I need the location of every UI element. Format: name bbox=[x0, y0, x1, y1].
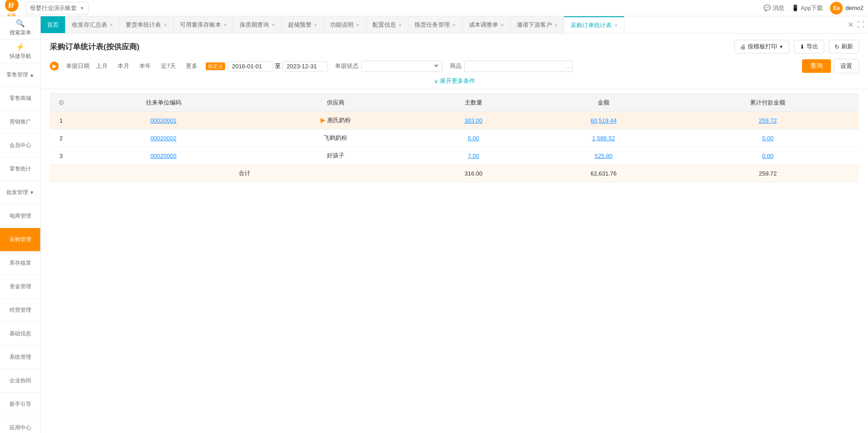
amount-link-1[interactable]: 60,519.44 bbox=[590, 117, 617, 124]
status-select[interactable] bbox=[361, 61, 443, 72]
expand-filters-btn[interactable]: ∨ 展开更多条件 bbox=[434, 77, 475, 85]
tab-close-yaohuo[interactable]: × bbox=[164, 22, 166, 28]
download-icon: 📱 bbox=[792, 5, 799, 11]
sidebar-cooperation-label: 企业协同 bbox=[9, 377, 31, 385]
date-end-input[interactable] bbox=[283, 61, 328, 71]
sidebar-retail-label: 零售管理 bbox=[6, 71, 28, 79]
header-actions: 🖨 按模板打印 ▼ ⬇ 导出 ↻ 刷新 bbox=[734, 40, 859, 53]
tab-bar: 首页 收发存汇总表 × 要货单统计表 × 可用量库存账本 × 保质期查询 × bbox=[41, 16, 868, 33]
amount-link-3[interactable]: 525.80 bbox=[594, 152, 613, 159]
tab-close-all-btn[interactable]: ✕ bbox=[848, 20, 854, 29]
sidebar-item-retail-mall[interactable]: 零售商城 bbox=[0, 87, 40, 110]
shortcut-7days[interactable]: 近7天 bbox=[157, 61, 179, 71]
shortcut-this-month[interactable]: 本月 bbox=[114, 61, 133, 71]
sidebar-item-basic[interactable]: 基础信息 bbox=[0, 322, 40, 346]
shortcut-this-year[interactable]: 本年 bbox=[136, 61, 155, 71]
tab-chengben-label: 成本调整单 bbox=[469, 21, 498, 29]
tab-caigou[interactable]: 采购订单统计表 × bbox=[564, 16, 624, 33]
data-table: ⚙ 往来单位编码 供应商 主数量 金额 累计付款金额 1 bbox=[50, 94, 859, 182]
qty-link-3[interactable]: 7.00 bbox=[468, 152, 479, 159]
tab-close-peihuorenwu[interactable]: × bbox=[453, 22, 455, 28]
tab-gongneng[interactable]: 功能说明 × bbox=[324, 16, 366, 33]
col-settings: ⚙ bbox=[50, 94, 72, 112]
tab-keyongliang[interactable]: 可用量库存账本 × bbox=[174, 16, 233, 33]
goods-label: 商品 bbox=[450, 62, 462, 70]
app-download-btn[interactable]: 📱 App下载 bbox=[792, 4, 823, 12]
export-button[interactable]: ⬇ 导出 bbox=[794, 40, 824, 53]
refresh-button[interactable]: ↻ 刷新 bbox=[829, 40, 859, 53]
qty-link-2[interactable]: 6.00 bbox=[468, 135, 479, 142]
sidebar-item-cooperation[interactable]: 企业协同 bbox=[0, 369, 40, 393]
tab-close-yaoqing[interactable]: × bbox=[555, 22, 557, 28]
sidebar-system-label: 系统管理 bbox=[9, 353, 31, 361]
paid-link-3[interactable]: 0.00 bbox=[762, 152, 774, 159]
org-selector[interactable]: 母婴行业演示账套 ▼ bbox=[26, 2, 89, 14]
chevron-down-icon3: ∨ bbox=[434, 78, 439, 85]
goods-more-icon[interactable]: … bbox=[565, 62, 572, 70]
print-button[interactable]: 🖨 按模板打印 ▼ bbox=[734, 40, 789, 53]
tab-close-shoufahu[interactable]: × bbox=[110, 22, 113, 28]
date-filter: 单据日期 上月 本月 本年 近7天 更多 自定义 至 bbox=[66, 61, 328, 71]
date-start-input[interactable] bbox=[228, 61, 273, 71]
cell-paid-1: 259.72 bbox=[677, 112, 859, 129]
sidebar-item-search[interactable]: 🔍 搜索菜单 bbox=[0, 16, 40, 40]
tab-close-baozhiqi[interactable]: × bbox=[272, 22, 274, 28]
sidebar-item-finance[interactable]: 资金管理 bbox=[0, 275, 40, 299]
sidebar-item-marketing[interactable]: 营销推广 bbox=[0, 110, 40, 134]
tab-maximize-btn[interactable]: ⛶ bbox=[857, 21, 864, 29]
sidebar-item-appstore[interactable]: 应用中心 bbox=[0, 416, 40, 433]
code-link-1[interactable]: 00020001 bbox=[151, 117, 177, 124]
tab-peihuorenwu[interactable]: 拣货任务管理 × bbox=[408, 16, 462, 33]
shortcut-last-month[interactable]: 上月 bbox=[92, 61, 111, 71]
tab-chaochua[interactable]: 超储预警 × bbox=[282, 16, 324, 33]
tab-baozhiqi[interactable]: 保质期查询 × bbox=[233, 16, 281, 33]
tab-home[interactable]: 首页 bbox=[41, 16, 66, 33]
tab-chengben[interactable]: 成本调整单 × bbox=[462, 16, 510, 33]
code-link-2[interactable]: 00020002 bbox=[151, 135, 177, 142]
tab-shoufahu[interactable]: 收发存汇总表 × bbox=[66, 16, 119, 33]
sidebar-appstore-label: 应用中心 bbox=[9, 424, 31, 432]
paid-link-2[interactable]: 0.00 bbox=[762, 135, 774, 142]
cell-amount-3: 525.80 bbox=[530, 147, 676, 165]
sidebar-item-retail[interactable]: 零售管理 ▲ bbox=[0, 63, 40, 87]
logo[interactable]: 好 标赢 bbox=[5, 0, 19, 19]
sidebar-item-newbie[interactable]: 新手引导 bbox=[0, 393, 40, 416]
sidebar-marketing-label: 营销推广 bbox=[9, 118, 31, 126]
date-range: 至 bbox=[228, 61, 328, 71]
sidebar-item-member[interactable]: 会员中心 bbox=[0, 134, 40, 157]
code-link-3[interactable]: 00020005 bbox=[151, 152, 177, 159]
tab-peizhi[interactable]: 配置信息 × bbox=[366, 16, 408, 33]
tab-close-keyongliang[interactable]: × bbox=[224, 22, 226, 28]
sidebar-item-operation[interactable]: 经营管理 bbox=[0, 299, 40, 322]
sidebar-item-purchase[interactable]: 采购管理 bbox=[0, 228, 40, 252]
footer-paid: 259.72 bbox=[677, 165, 859, 182]
sidebar-item-wholesale[interactable]: 批发管理 ▼ bbox=[0, 181, 40, 205]
date-label: 单据日期 bbox=[66, 62, 90, 70]
user-menu[interactable]: Ea demo2 bbox=[830, 2, 863, 14]
expand-arrow-1[interactable]: ▶ bbox=[321, 116, 326, 124]
shortcut-more[interactable]: 更多 bbox=[182, 61, 201, 71]
filter-collapse-btn[interactable]: ▶ bbox=[50, 62, 59, 71]
export-icon: ⬇ bbox=[800, 43, 805, 50]
sidebar-item-ecommerce[interactable]: 电商管理 bbox=[0, 205, 40, 228]
sidebar-item-inventory[interactable]: 库存核算 bbox=[0, 252, 40, 275]
settings-button[interactable]: 设置 bbox=[834, 59, 859, 73]
tab-close-chengben[interactable]: × bbox=[501, 22, 504, 28]
tab-close-peizhi[interactable]: × bbox=[399, 22, 401, 28]
refresh-icon: ↻ bbox=[835, 43, 840, 50]
sidebar-item-quicknav[interactable]: ⚡ 快捷导航 bbox=[0, 40, 40, 63]
paid-link-1[interactable]: 259.72 bbox=[759, 117, 777, 124]
query-button[interactable]: 查询 bbox=[802, 59, 831, 73]
goods-input[interactable] bbox=[464, 61, 573, 72]
tab-close-caigou[interactable]: × bbox=[614, 23, 617, 28]
qty-link-1[interactable]: 303.00 bbox=[464, 117, 482, 124]
sidebar-item-system[interactable]: 系统管理 bbox=[0, 346, 40, 369]
table-settings-icon[interactable]: ⚙ bbox=[58, 99, 64, 106]
sidebar-item-retail-stats[interactable]: 零售统计 bbox=[0, 157, 40, 181]
tab-close-chaochua[interactable]: × bbox=[314, 22, 317, 28]
tab-yaoqing[interactable]: 邀请下游客户 × bbox=[510, 16, 564, 33]
message-btn[interactable]: 💬 消息 bbox=[764, 4, 784, 12]
tab-yaohuo[interactable]: 要货单统计表 × bbox=[119, 16, 173, 33]
amount-link-2[interactable]: 1,586.52 bbox=[592, 135, 615, 142]
tab-close-gongneng[interactable]: × bbox=[356, 22, 359, 28]
